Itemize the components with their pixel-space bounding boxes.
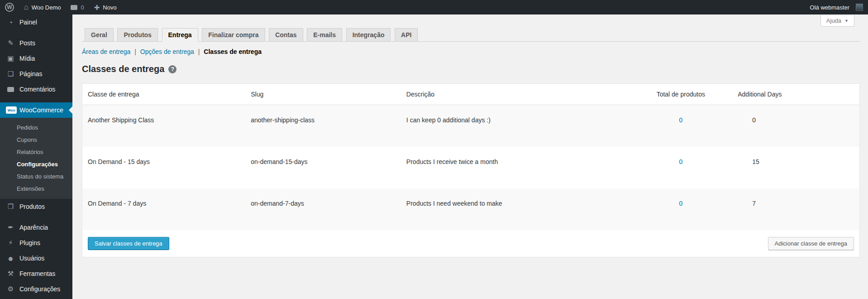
- submenu-item-configuracoes[interactable]: Configurações: [0, 158, 72, 170]
- footer-left-cell: Salvar classes de entrega: [82, 230, 642, 257]
- subnav-link-areas-de-entrega[interactable]: Áreas de entrega: [82, 48, 130, 55]
- subnav-separator: |: [132, 48, 138, 55]
- subnav-separator: |: [196, 48, 202, 55]
- wordpress-menu[interactable]: W: [0, 0, 19, 14]
- submenu-item-relatorios[interactable]: Relatórios: [0, 146, 72, 158]
- sidebar-item-label: Plugins: [19, 239, 40, 246]
- cell-product-count: 0: [642, 188, 720, 230]
- tab-geral[interactable]: Geral: [85, 28, 114, 42]
- current-menu-arrow: [65, 106, 72, 114]
- help-tip-icon[interactable]: ?: [168, 65, 176, 73]
- cell-additional-days[interactable]: 7: [720, 188, 859, 230]
- help-label: Ajuda: [826, 17, 841, 24]
- main-content: Ajuda ▼ Geral Produtos Entrega Finalizar…: [72, 14, 868, 299]
- help-dropdown-button[interactable]: Ajuda ▼: [820, 15, 854, 27]
- shipping-classes-table: Classe de entrega Slug Descrição Total d…: [82, 83, 860, 257]
- cell-slug[interactable]: on-demand-7-days: [245, 188, 401, 230]
- page-title: Classes de entrega: [82, 64, 164, 74]
- table-row: On Demand - 15 days on-demand-15-days Pr…: [82, 147, 860, 188]
- tab-emails[interactable]: E-mails: [307, 28, 342, 42]
- sidebar-item-posts[interactable]: ✎ Posts: [0, 35, 72, 51]
- new-label: Novo: [103, 4, 116, 11]
- table-footer: Salvar classes de entrega Adicionar clas…: [82, 230, 860, 257]
- comments-icon: [6, 86, 15, 93]
- sidebar-item-label: Usuários: [19, 255, 44, 262]
- tab-api[interactable]: API: [395, 28, 418, 42]
- wordpress-logo-icon: W: [5, 3, 14, 12]
- sidebar-item-paginas[interactable]: ❏ Páginas: [0, 66, 72, 82]
- admin-bar-right: Olá webmaster: [805, 0, 868, 14]
- cell-slug[interactable]: another-shipping-class: [245, 105, 401, 147]
- sidebar-item-usuarios[interactable]: ☻ Usuários: [0, 251, 72, 266]
- home-icon: ⌂: [24, 4, 29, 11]
- admin-bar-left: W ⌂ Woo Demo 0 ✚ Novo: [0, 0, 122, 14]
- avatar: [856, 4, 863, 11]
- table-header: Classe de entrega Slug Descrição Total d…: [82, 84, 860, 105]
- dashboard-icon: ◔: [6, 19, 15, 26]
- my-account-menu[interactable]: Olá webmaster: [805, 0, 868, 14]
- comment-bubble-icon: [71, 5, 77, 10]
- tab-entrega[interactable]: Entrega: [162, 28, 198, 42]
- cell-additional-days[interactable]: 15: [720, 147, 859, 188]
- cell-class-name[interactable]: Another Shipping Class: [82, 105, 246, 147]
- sidebar-item-label: Painel: [19, 19, 37, 26]
- save-shipping-classes-button[interactable]: Salvar classes de entrega: [88, 237, 169, 250]
- add-shipping-class-button[interactable]: Adicionar classe de entrega: [768, 237, 854, 250]
- sidebar-item-midia[interactable]: ▣ Mídia: [0, 51, 72, 66]
- sidebar-item-woocommerce[interactable]: Woo WooCommerce: [0, 102, 72, 118]
- sidebar-item-label: Comentários: [19, 86, 55, 93]
- chevron-down-icon: ▼: [844, 19, 849, 23]
- settings-tabs: Geral Produtos Entrega Finalizar compra …: [82, 28, 860, 42]
- cell-class-name[interactable]: On Demand - 7 days: [82, 188, 246, 230]
- site-link[interactable]: ⌂ Woo Demo: [19, 0, 66, 14]
- settings-icon: ⚙: [6, 285, 15, 293]
- sidebar-item-aparencia[interactable]: ✒ Aparência: [0, 220, 72, 235]
- sidebar-item-comentarios[interactable]: Comentários: [0, 82, 72, 97]
- sidebar-item-label: Posts: [19, 39, 35, 47]
- cell-slug[interactable]: on-demand-15-days: [245, 147, 401, 188]
- subnav-link-opcoes-de-entrega[interactable]: Opções de entrega: [140, 48, 194, 55]
- column-header-slug: Slug: [245, 84, 401, 105]
- column-header-descricao: Descrição: [401, 84, 642, 105]
- sidebar-item-plugins[interactable]: ⚡ Plugins: [0, 235, 72, 251]
- tools-icon: ⚒: [6, 270, 15, 278]
- table-row: On Demand - 7 days on-demand-7-days Prod…: [82, 188, 860, 230]
- submenu-item-status-do-sistema[interactable]: Status do sistema: [0, 170, 72, 183]
- footer-right-cell: Adicionar classe de entrega: [642, 230, 859, 257]
- submenu-item-cupons[interactable]: Cupons: [0, 134, 72, 146]
- cell-product-count: 0: [642, 105, 720, 147]
- column-header-additional-days: Additional Days: [720, 84, 859, 105]
- subnav-current-classes-de-entrega: Classes de entrega: [204, 48, 262, 55]
- tab-produtos[interactable]: Produtos: [117, 28, 157, 42]
- cell-additional-days[interactable]: 0: [720, 105, 859, 147]
- cell-product-count: 0: [642, 147, 720, 188]
- site-name: Woo Demo: [32, 4, 61, 11]
- pages-icon: ❏: [6, 70, 15, 78]
- settings-wrap: Geral Produtos Entrega Finalizar compra …: [82, 28, 860, 257]
- product-count-link[interactable]: 0: [679, 116, 682, 124]
- cell-class-name[interactable]: On Demand - 15 days: [82, 147, 246, 188]
- comments-shortcut[interactable]: 0: [66, 0, 89, 14]
- products-icon: ❒: [6, 203, 15, 211]
- tab-contas[interactable]: Contas: [269, 28, 303, 42]
- submenu-item-extensoes[interactable]: Extensões: [0, 183, 72, 195]
- product-count-link[interactable]: 0: [679, 200, 682, 207]
- sidebar-item-label: WooCommerce: [19, 106, 63, 114]
- sidebar-item-label: Ferramentas: [19, 270, 55, 277]
- submenu-item-pedidos[interactable]: Pedidos: [0, 121, 72, 134]
- sidebar-item-produtos[interactable]: ❒ Produtos: [0, 199, 72, 214]
- tab-finalizar-compra[interactable]: Finalizar compra: [202, 28, 265, 42]
- comments-count: 0: [81, 4, 84, 11]
- shipping-subnav: Áreas de entrega | Opções de entrega | C…: [82, 48, 860, 55]
- cell-description[interactable]: Products I receive twice a month: [401, 147, 642, 188]
- sidebar-item-painel[interactable]: ◔ Painel: [0, 14, 72, 30]
- cell-description[interactable]: Products I need weekend to make: [401, 188, 642, 230]
- sidebar-item-configuracoes[interactable]: ⚙ Configurações: [0, 281, 72, 297]
- cell-description[interactable]: I can keep 0 additional days :): [401, 105, 642, 147]
- tab-integracao[interactable]: Integração: [346, 28, 391, 42]
- menu-separator: [0, 97, 72, 102]
- woocommerce-icon: Woo: [6, 106, 15, 114]
- sidebar-item-ferramentas[interactable]: ⚒ Ferramentas: [0, 266, 72, 281]
- product-count-link[interactable]: 0: [679, 158, 682, 165]
- new-content-menu[interactable]: ✚ Novo: [89, 0, 122, 14]
